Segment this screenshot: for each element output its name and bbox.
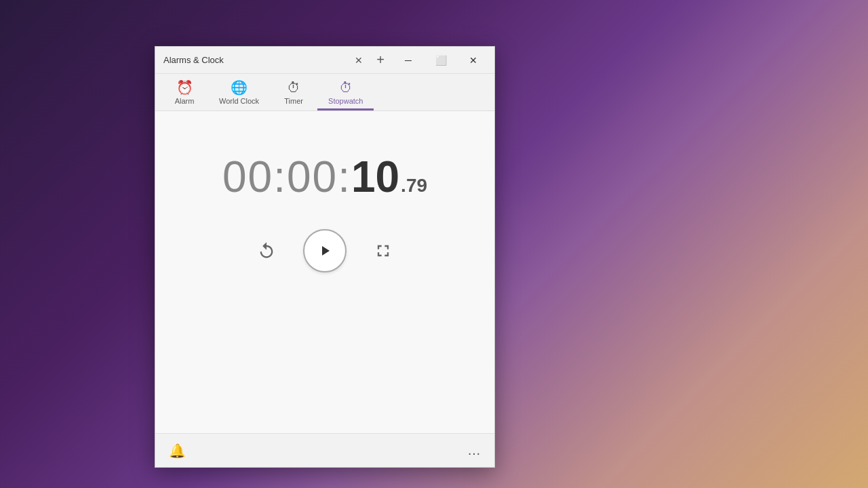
tab-world-clock[interactable]: 🌐 World Clock [208,74,270,110]
stopwatch-hours: 00:00: [222,152,351,202]
window-controls: ✕ + ─ ⬜ ✕ [349,49,489,71]
stopwatch-controls [257,229,393,272]
expand-button[interactable] [374,241,393,260]
close-button[interactable]: ✕ [458,49,489,71]
tab-bar: ⏰ Alarm 🌐 World Clock ⏱ Timer ⏱ Stopwatc… [155,74,494,111]
expand-icon [374,241,393,260]
stopwatch-milliseconds: .79 [401,175,427,197]
window-title: Alarms & Clock [161,55,349,65]
app-window: Alarms & Clock ✕ + ─ ⬜ ✕ ⏰ Alarm 🌐 World… [155,46,495,468]
tab-timer-label: Timer [284,97,303,105]
stopwatch-display: 00:00: 10 .79 [222,152,427,202]
timer-icon: ⏱ [287,80,300,96]
more-options-button[interactable]: … [467,443,481,458]
notification-button[interactable]: 🔔 [169,443,186,459]
footer: 🔔 … [155,433,494,467]
tab-world-clock-label: World Clock [219,97,259,105]
tab-alarm[interactable]: ⏰ Alarm [161,74,208,110]
play-button[interactable] [303,229,347,272]
tab-timer[interactable]: ⏱ Timer [270,74,317,110]
alarm-icon: ⏰ [176,79,193,96]
pin-tab-button[interactable]: ✕ [349,51,368,70]
new-tab-button[interactable]: + [370,49,391,71]
reset-icon [257,241,276,260]
play-icon [317,243,333,259]
tab-stopwatch[interactable]: ⏱ Stopwatch [317,74,374,110]
reset-button[interactable] [257,241,276,260]
tab-alarm-label: Alarm [175,97,195,105]
main-content: 00:00: 10 .79 [155,111,494,433]
notification-icon: 🔔 [169,443,186,458]
stopwatch-icon: ⏱ [339,80,353,96]
more-icon: … [467,443,481,458]
title-bar: Alarms & Clock ✕ + ─ ⬜ ✕ [155,47,494,74]
maximize-button[interactable]: ⬜ [425,49,456,71]
world-clock-icon: 🌐 [231,79,248,96]
minimize-button[interactable]: ─ [393,49,424,71]
stopwatch-seconds: 10 [351,152,399,202]
tab-stopwatch-label: Stopwatch [328,97,363,105]
